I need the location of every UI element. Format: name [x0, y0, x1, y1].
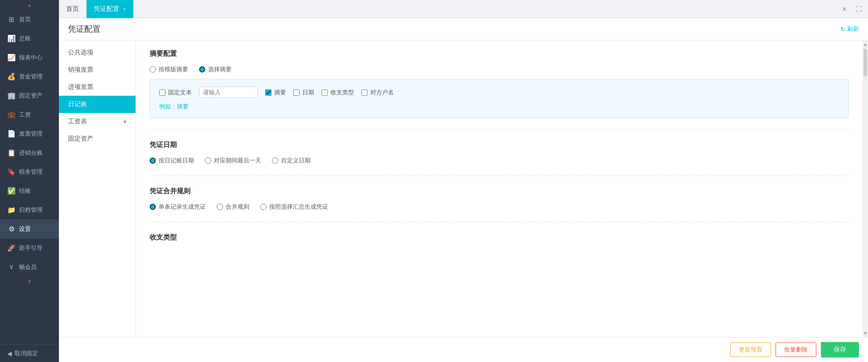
sidebar-item-reports[interactable]: 📈 报表中心 [0, 48, 59, 67]
merge-rule-radio[interactable]: 合并规则 [217, 203, 249, 211]
tab-expand-button[interactable]: ⛶ [853, 4, 864, 15]
abstract-check-label: 摘要 [274, 88, 286, 97]
abstract-template-label: 按模版摘要 [159, 65, 188, 73]
abstract-checkbox[interactable]: 摘要 [265, 88, 286, 97]
abstract-radio-group: 按模版摘要 选择摘要 [150, 65, 849, 73]
sidebar-item-label: 归档管理 [19, 206, 43, 214]
custom-date-radio[interactable]: 自定义日期 [272, 157, 310, 165]
sidebar-scroll-up[interactable]: ▲ [0, 0, 59, 10]
tab-home-label: 首页 [66, 5, 79, 13]
left-nav-public[interactable]: 公共选项 [59, 44, 136, 61]
sidebar-item-label: 税务管理 [19, 168, 43, 176]
sidebar-item-label: 总账 [19, 34, 31, 43]
select-summary-input[interactable] [260, 204, 267, 210]
tab-close-button[interactable]: × [123, 6, 126, 12]
sidebar-item-sales-ledger[interactable]: 📋 进销台账 [0, 143, 59, 162]
counterpart-checkbox[interactable]: 对方户名 [361, 88, 394, 97]
sidebar-item-salary[interactable]: 💼 工资 [0, 105, 59, 124]
left-nav-purchase-invoice[interactable]: 进项发票 [59, 78, 136, 96]
select-summary-radio[interactable]: 按照选择汇总生成凭证 [260, 203, 328, 211]
date-radio-group: 按日记账日期 对应期间最后一天 自定义日期 [150, 157, 849, 165]
scroll-thumb[interactable] [863, 49, 867, 76]
custom-date-input[interactable] [272, 157, 278, 164]
left-nav-journal[interactable]: 日记账 [59, 96, 136, 113]
content-layout: 公共选项 销项发票 进项发票 日记账 工资表 ▾ 固定资产 摘要配置 [59, 40, 868, 337]
merge-radio-group: 单条记录生成凭证 合并规则 按照选择汇总生成凭证 [150, 203, 849, 211]
sidebar-item-home[interactable]: ⊞ 首页 [0, 10, 59, 29]
sidebar-item-label: 设置 [19, 225, 31, 233]
journal-date-radio[interactable]: 按日记账日期 [150, 157, 194, 165]
example-prefix: 例如： [159, 103, 177, 110]
income-type-input[interactable] [321, 89, 328, 96]
left-nav-payroll[interactable]: 工资表 ▾ [59, 113, 136, 130]
date-check-label: 日期 [302, 88, 314, 97]
abstract-section: 摘要配置 按模版摘要 选择摘要 固定文本 [150, 49, 849, 130]
single-record-radio[interactable]: 单条记录生成凭证 [150, 203, 206, 211]
sidebar-item-archive[interactable]: 📁 归档管理 [0, 201, 59, 220]
journal-date-label: 按日记账日期 [159, 157, 194, 165]
sidebar-item-ledger[interactable]: 📊 总账 [0, 29, 59, 48]
sidebar-item-invoice-mgmt[interactable]: 📄 发票管理 [0, 124, 59, 143]
merge-rule-input[interactable] [217, 204, 223, 210]
income-type-title: 收支类型 [150, 233, 849, 242]
fixed-text-field[interactable] [199, 87, 258, 98]
sidebar-item-label: 发票管理 [19, 130, 43, 138]
tab-home[interactable]: 首页 [59, 0, 87, 18]
abstract-select-input[interactable] [199, 66, 205, 73]
sidebar-item-member[interactable]: V 畅会员 [0, 258, 59, 277]
income-type-section: 收支类型 [150, 233, 849, 260]
date-checkbox[interactable]: 日期 [293, 88, 314, 97]
sidebar-item-label: 新手引导 [19, 244, 43, 252]
sidebar-item-label: 进销台账 [19, 149, 43, 157]
sidebar-item-funds[interactable]: 💰 资金管理 [0, 67, 59, 86]
abstract-select-label: 选择摘要 [208, 65, 232, 73]
tab-voucher-config[interactable]: 凭证配置 × [87, 0, 134, 18]
period-last-input[interactable] [205, 157, 211, 164]
left-nav-sales-invoice[interactable]: 销项发票 [59, 61, 136, 78]
counterpart-input[interactable] [361, 89, 368, 96]
sidebar-item-settle[interactable]: ✅ 结账 [0, 181, 59, 201]
main-scrollbar[interactable]: ▲ ▼ [863, 40, 868, 337]
left-nav-label: 日记账 [68, 100, 87, 108]
select-summary-label: 按照选择汇总生成凭证 [269, 203, 328, 211]
tab-close-window-button[interactable]: ✕ [839, 4, 850, 15]
chevron-down-icon: ▾ [123, 118, 126, 125]
sidebar-item-guide[interactable]: 🚀 新手引导 [0, 239, 59, 258]
tab-controls: ✕ ⛶ [839, 4, 868, 15]
date-section: 凭证日期 按日记账日期 对应期间最后一天 自定义日期 [150, 141, 849, 176]
journal-date-input[interactable] [150, 157, 156, 164]
update-preview-button[interactable]: 更新预置 [730, 342, 771, 357]
scroll-up-arrow[interactable]: ▲ [863, 40, 868, 48]
settle-icon: ✅ [7, 187, 15, 195]
abstract-template-input[interactable] [150, 66, 156, 73]
tab-active-label: 凭证配置 [94, 5, 119, 13]
abstract-select-radio[interactable]: 选择摘要 [199, 65, 232, 73]
custom-date-label: 自定义日期 [281, 157, 310, 165]
sidebar-item-settings[interactable]: ⚙ 设置 [0, 220, 59, 239]
left-nav-label: 公共选项 [68, 49, 93, 57]
period-last-radio[interactable]: 对应期间最后一天 [205, 157, 261, 165]
refresh-label: 刷新 [847, 25, 859, 33]
abstract-check-input[interactable] [265, 89, 272, 96]
sidebar-item-assets[interactable]: 🏢 固定资产 [0, 86, 59, 105]
refresh-button[interactable]: ↻ 刷新 [840, 25, 859, 33]
left-nav-fixed-assets[interactable]: 固定资产 [59, 130, 136, 147]
income-type-checkbox[interactable]: 收支类型 [321, 88, 354, 97]
save-button[interactable]: 保存 [821, 342, 859, 357]
fixed-text-checkbox[interactable]: 固定文本 [159, 88, 192, 97]
tax-icon: 🔖 [7, 168, 15, 176]
abstract-title: 摘要配置 [150, 49, 849, 58]
scroll-down-arrow[interactable]: ▼ [863, 329, 868, 337]
income-type-label: 收支类型 [330, 88, 354, 97]
cancel-pin-label: 取消固定 [15, 349, 38, 357]
abstract-template-radio[interactable]: 按模版摘要 [150, 65, 188, 73]
date-check-input[interactable] [293, 89, 300, 96]
sidebar-item-tax[interactable]: 🔖 税务管理 [0, 162, 59, 181]
fixed-text-input[interactable] [159, 89, 165, 96]
sidebar-scroll-down[interactable]: ▼ [0, 277, 59, 287]
single-record-input[interactable] [150, 204, 156, 210]
sidebar-item-label: 结账 [19, 187, 31, 195]
sidebar-cancel-pin[interactable]: ◀ 取消固定 [0, 344, 59, 362]
archive-icon: 📁 [7, 206, 15, 214]
batch-delete-button[interactable]: 批量删除 [776, 342, 816, 357]
